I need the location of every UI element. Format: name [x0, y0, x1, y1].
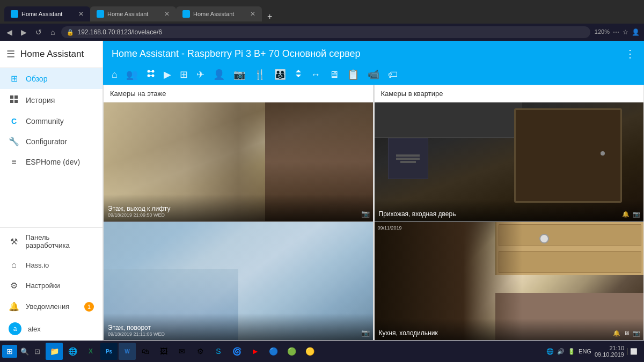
toolbar-link-icon[interactable] [147, 69, 155, 80]
kitchen-snapshot-icon[interactable]: 📷 [633, 330, 640, 337]
toolbar-fork-icon[interactable]: 🍴 [254, 69, 266, 80]
esphome-icon: ≡ [9, 157, 19, 167]
toolbar-family-icon[interactable]: 👨‍👩‍👧 [274, 69, 286, 80]
taskbar-battery-icon[interactable]: 🔋 [568, 348, 575, 355]
taskbar-app-misc3[interactable]: 🟡 [301, 343, 318, 360]
address-text: 192.168.0.70:8123/lovelace/6 [77, 28, 162, 36]
toolbar-tag-icon[interactable]: 🏷 [388, 69, 398, 80]
settings-icon: ⚙ [9, 280, 19, 291]
tab-3[interactable]: Home Assistant ✕ [176, 6, 262, 21]
tab-1[interactable]: Home Assistant ✕ [4, 6, 90, 21]
camera-hallway-timestamp: 09/18/2019 21:09:50 WED [108, 212, 369, 218]
home-button[interactable]: ⌂ [48, 27, 57, 38]
taskbar-app-misc2[interactable]: 🟢 [283, 343, 300, 360]
camera-door-icons: 🔔 📷 [622, 211, 640, 218]
hamburger-icon[interactable]: ☰ [6, 48, 15, 60]
toolbar-media-icon[interactable]: ▶ [164, 69, 171, 80]
tab-label-1: Home Assistant [21, 11, 62, 17]
task-view-button[interactable]: ⊡ [32, 346, 42, 357]
user-avatar: a [9, 322, 21, 335]
taskbar-network-icon[interactable]: 🌐 [546, 348, 554, 355]
sidebar-label-settings: Настройки [26, 282, 60, 290]
toolbar-display-icon[interactable]: 🖥 [329, 69, 339, 80]
sidebar-bottom: ⚒ Панель разработчика ⌂ Hass.io ⚙ Настро… [0, 227, 103, 341]
taskbar-app-misc1[interactable]: 🔵 [265, 343, 282, 360]
bookmark-icon[interactable]: ☆ [623, 28, 628, 36]
tab-2[interactable]: Home Assistant ✕ [90, 6, 176, 21]
sidebar: ☰ Home Assistant ⊞ Обзор История C Commu… [0, 41, 103, 341]
tab-label-2: Home Assistant [107, 11, 148, 17]
camera-hallway-turn[interactable]: Этаж, поворот 09/18/2019 21:11:06 WED 📷 [104, 222, 373, 341]
tab-close-3[interactable]: ✕ [250, 10, 255, 18]
taskbar-volume-icon[interactable]: 🔊 [557, 348, 565, 355]
show-desktop-button[interactable]: ⬜ [627, 348, 638, 355]
taskbar-apps: 📁 🌐 X Ps W 🛍 🖼 ✉ ⚙ S 🌀 ▶ 🔵 🟢 🟡 [46, 343, 318, 360]
forward-button[interactable]: ▶ [19, 27, 29, 38]
camera-capture-icon[interactable]: 📷 [361, 210, 370, 218]
taskbar-app-store[interactable]: 🛍 [137, 343, 154, 360]
taskbar-app-explorer[interactable]: 📁 [46, 343, 63, 360]
taskbar-app-word[interactable]: W [119, 343, 136, 360]
sidebar-item-overview[interactable]: ⊞ Обзор [0, 68, 103, 89]
sidebar-item-esphome[interactable]: ≡ ESPHome (dev) [0, 152, 103, 172]
camera-hallway[interactable]: Этаж, выход к лифту 09/18/2019 21:09:50 … [104, 102, 373, 221]
camera-alarm-icon[interactable]: 🔔 [622, 211, 630, 218]
sidebar-item-developer[interactable]: ⚒ Панель разработчика [0, 228, 103, 255]
extensions-icon[interactable]: ⋯ [613, 28, 619, 36]
taskbar-app-youtube[interactable]: ▶ [246, 343, 264, 360]
refresh-button[interactable]: ↺ [33, 27, 44, 38]
tab-close-1[interactable]: ✕ [78, 10, 84, 18]
toolbar-plane-icon[interactable]: ✈ [196, 69, 204, 80]
back-button[interactable]: ◀ [4, 27, 14, 38]
sidebar-item-hassio[interactable]: ⌂ Hass.io [0, 255, 103, 275]
browser-tabs: Home Assistant ✕ Home Assistant ✕ Home A… [4, 2, 275, 21]
taskbar-app-skype[interactable]: S [210, 343, 227, 360]
tab-favicon-2 [97, 10, 104, 18]
sidebar-item-configurator[interactable]: 🔧 Configurator [0, 131, 103, 152]
toolbar-vertical-icon[interactable] [295, 69, 302, 80]
tab-close-2[interactable]: ✕ [164, 10, 170, 18]
camera-hallway-turn-timestamp: 09/18/2019 21:11:06 WED [108, 331, 369, 337]
toolbar-horizontal-icon[interactable]: ↔ [311, 69, 320, 80]
search-taskbar-button[interactable]: 🔍 [18, 346, 31, 357]
taskbar-app-ps[interactable]: Ps [100, 343, 118, 360]
profile-icon[interactable]: 👤 [632, 28, 640, 36]
sidebar-item-history[interactable]: История [0, 89, 103, 112]
address-bar[interactable]: 🔒 192.168.0.70:8123/lovelace/6 [61, 26, 590, 38]
taskbar-app-chrome[interactable]: 🌀 [228, 343, 245, 360]
sidebar-item-community[interactable]: C Community [0, 112, 103, 131]
taskbar-app-ie[interactable]: 🌐 [64, 343, 81, 360]
svg-rect-1 [10, 100, 13, 103]
start-button[interactable]: ⊞ [2, 345, 17, 358]
taskbar-lang[interactable]: ENG [579, 348, 591, 354]
toolbar-home-icon[interactable]: ⌂ [112, 69, 118, 80]
taskbar-app-mail[interactable]: ✉ [173, 343, 191, 360]
taskbar-app-excel[interactable]: X [82, 343, 99, 360]
sidebar-item-user[interactable]: a alex [0, 317, 103, 341]
sidebar-item-settings[interactable]: ⚙ Настройки [0, 275, 103, 296]
taskbar-app-photos[interactable]: 🖼 [155, 343, 172, 360]
floor-section-title: Камеры на этаже [104, 85, 373, 102]
camera-door[interactable]: Прихожая, входная дверь 🔔 📷 [375, 102, 644, 221]
toolbar-people-icon[interactable]: 👥 [126, 69, 138, 80]
kitchen-display-icon[interactable]: 🖥 [624, 330, 630, 337]
sidebar-header: ☰ Home Assistant [0, 41, 103, 68]
taskbar-app-settings-taskbar[interactable]: ⚙ [192, 343, 209, 360]
toolbar-grid-icon[interactable]: ⊞ [180, 69, 188, 80]
camera-hallway-turn-overlay: Этаж, поворот 09/18/2019 21:11:06 WED [104, 313, 373, 340]
tab-favicon-3 [182, 10, 190, 18]
sidebar-item-notifications[interactable]: 🔔 Уведомления 1 [0, 296, 103, 317]
new-tab-button[interactable]: + [264, 12, 275, 21]
toolbar-camera-icon[interactable]: 📷 [233, 69, 245, 80]
toolbar-list-icon[interactable]: 📋 [347, 69, 359, 80]
taskbar-date-text: 09.10.2019 [595, 351, 624, 358]
camera-snapshot-icon[interactable]: 📷 [633, 211, 640, 218]
grid-icon: ⊞ [9, 73, 19, 84]
nav-right: 120% ⋯ ☆ 👤 [595, 28, 640, 36]
top-bar-menu[interactable]: ⋮ [625, 47, 635, 60]
toolbar-video-icon[interactable]: 📹 [368, 69, 379, 80]
camera-capture-icon-2[interactable]: 📷 [361, 329, 370, 337]
kitchen-alarm-icon[interactable]: 🔔 [613, 330, 620, 337]
camera-kitchen[interactable]: 09/11/2019 Кухня, холодильник 🔔 🖥 📷 [375, 222, 644, 341]
toolbar-person-icon[interactable]: 👤 [213, 69, 225, 80]
